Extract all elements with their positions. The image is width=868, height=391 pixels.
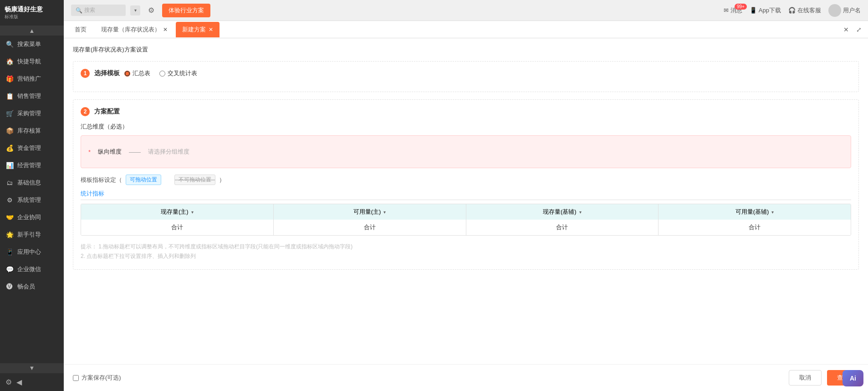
sidebar-item-label: 应用中心 [17,248,41,256]
app-download-label: App下载 [759,6,781,15]
ai-float-btn[interactable]: Ai [842,370,863,386]
indicator-separator [165,176,171,184]
col-dropdown-4[interactable]: ▾ [771,210,774,215]
app-name: 畅康通好生意 [5,5,59,14]
sidebar-item-shortcuts[interactable]: 🏠 快捷导航 [0,53,64,70]
stat-table-body: 合计 合计 合计 合计 [81,220,851,235]
sidebar-item-label: 基础信息 [17,179,41,187]
collapse-icon[interactable]: ◀ [16,378,22,386]
radio-summary-label: 汇总表 [133,69,150,77]
tab-new-plan-close[interactable]: ✕ [209,26,213,33]
col-dropdown-1[interactable]: ▾ [191,210,194,215]
trial-btn[interactable]: 体验行业方案 [162,4,210,17]
inventory-icon: 📦 [5,127,14,135]
sidebar-item-sales[interactable]: 📋 销售管理 [0,87,64,105]
tab-new-plan[interactable]: 新建方案 ✕ [176,22,220,37]
app-download-btn[interactable]: 📱 App下载 [750,6,781,15]
stat-col-4[interactable]: 可用量(基辅) ▾ [659,204,851,220]
indicator-settings-label: 模板指标设定（ 可拖动位置 不可拖动位置 ） [81,175,851,185]
sidebar-scroll-up[interactable]: ▲ [0,26,64,36]
dim-placeholder: 请选择分组维度 [148,148,189,156]
topbar-right: ✉ 消息 99+ 📱 App下载 🎧 在线客服 用户名 [724,4,861,17]
stat-cell-4: 合计 [659,220,851,235]
cooperation-icon: 🤝 [5,213,14,221]
cancel-button[interactable]: 取消 [789,370,822,386]
topbar-gear-icon[interactable]: ⚙ [145,4,158,17]
sidebar-item-base[interactable]: 🗂 基础信息 [0,174,64,191]
stat-cell-3: 合计 [466,220,659,235]
dim-dash: —— [129,149,141,155]
system-icon: ⚙ [5,196,14,204]
topbar: 🔍 搜索 ▾ ⚙ 体验行业方案 ✉ 消息 99+ 📱 App下载 🎧 在线客服 [64,0,868,21]
topbar-dropdown-btn[interactable]: ▾ [130,5,140,15]
tabs-bar: 首页 现存量（库存状况表） ✕ 新建方案 ✕ ✕ ⤢ [64,21,868,38]
sidebar-item-appstore[interactable]: 📱 应用中心 [0,243,64,261]
tips: 提示： 1.拖动标题栏可以调整布局，不可跨维度或指标区域拖动栏目字段(只能在同一… [81,243,851,260]
search-icon: 🔍 [5,40,14,48]
sidebar-item-marketing[interactable]: 🎁 营销推广 [0,70,64,87]
settings-icon[interactable]: ⚙ [5,378,12,386]
indicator-settings: 模板指标设定（ 可拖动位置 不可拖动位置 ） 统计指标 现存量(主) ▾ [81,175,851,236]
username: 用户名 [843,6,861,15]
footer: 方案保存(可选) 取消 查询 [64,364,868,391]
radio-cross[interactable]: 交叉统计表 [159,69,197,77]
col-dropdown-2[interactable]: ▾ [383,210,386,215]
radio-cross-label: 交叉统计表 [168,69,197,77]
online-service-btn[interactable]: 🎧 在线客服 [788,6,821,15]
section-config: 2 方案配置 汇总维度（必选） * 纵向维度 —— 请选择分组维度 模板指标设定… [73,99,859,270]
messages-badge: 99+ [735,4,747,10]
tip-2: 2. 点击标题栏下拉可设置排序、插入列和删除列 [81,252,851,260]
indicator-label-text: 模板指标设定（ [81,176,122,184]
sidebar-item-membership[interactable]: 🅥 畅会员 [0,278,64,295]
sidebar-item-label: 系统管理 [17,196,41,204]
avatar [828,4,841,17]
messages-btn[interactable]: ✉ 消息 99+ [724,6,742,15]
save-option-label: 方案保存(可选) [82,374,121,382]
radio-summary-input[interactable] [124,71,130,77]
sidebar-item-finance[interactable]: 💰 资金管理 [0,139,64,157]
radio-summary[interactable]: 汇总表 [124,69,150,77]
search-icon: 🔍 [76,7,82,14]
finance-icon: 💰 [5,144,14,152]
tab-home[interactable]: 首页 [68,22,93,37]
topbar-search[interactable]: 🔍 搜索 [71,5,126,16]
stat-col-3[interactable]: 现存量(基辅) ▾ [466,204,659,220]
dimension-box[interactable]: * 纵向维度 —— 请选择分组维度 [81,135,851,168]
tab-inventory-label: 现存量（库存状况表） [101,26,160,34]
section2-header: 2 方案配置 [81,107,851,116]
sidebar-item-purchase[interactable]: 🛒 采购管理 [0,105,64,122]
stat-col-1-label: 现存量(主) [161,208,189,216]
sidebar-item-search[interactable]: 🔍 搜索菜单 [0,36,64,53]
sidebar-scroll-down[interactable]: ▼ [0,363,64,373]
stat-col-2[interactable]: 可用量(主) ▾ [274,204,466,220]
content-area: 现存量(库存状况表)方案设置 1 选择模板 汇总表 交叉统计表 [64,38,868,364]
purchase-icon: 🛒 [5,109,14,118]
sidebar-item-operations[interactable]: 📊 经营管理 [0,157,64,174]
topbar-left: 🔍 搜索 ▾ ⚙ 体验行业方案 [71,4,210,17]
col-dropdown-3[interactable]: ▾ [579,210,582,215]
non-draggable-badge: 不可拖动位置 [174,175,215,185]
radio-cross-input[interactable] [159,71,165,77]
tab-inventory-close[interactable]: ✕ [163,26,168,33]
close-btn[interactable]: ✕ [842,25,851,34]
window-controls: ✕ ⤢ [842,25,863,34]
sidebar-item-wechat[interactable]: 💬 企业微信 [0,261,64,278]
tab-inventory[interactable]: 现存量（库存状况表） ✕ [95,22,174,37]
sidebar-item-cooperation[interactable]: 🤝 企业协同 [0,209,64,226]
expand-btn[interactable]: ⤢ [854,25,863,34]
gift-icon: 🎁 [5,75,14,83]
user-area[interactable]: 用户名 [828,4,861,17]
stat-col-1[interactable]: 现存量(主) ▾ [81,204,274,220]
save-checkbox[interactable] [73,375,79,381]
sidebar-bottom: ⚙ ◀ [0,373,64,391]
sidebar-item-label: 搜索菜单 [17,40,41,48]
sidebar-item-inventory[interactable]: 📦 库存核算 [0,122,64,139]
sidebar-item-system[interactable]: ⚙ 系统管理 [0,191,64,209]
app-edition: 标准版 [5,14,59,20]
dimension-label: 汇总维度（必选） [81,123,851,131]
sidebar-item-newbie[interactable]: 🌟 新手引导 [0,226,64,243]
draggable-badge: 可拖动位置 [126,175,161,185]
sidebar-item-label: 新手引导 [17,231,41,239]
operations-icon: 📊 [5,161,14,170]
sidebar-item-label: 销售管理 [17,92,41,100]
